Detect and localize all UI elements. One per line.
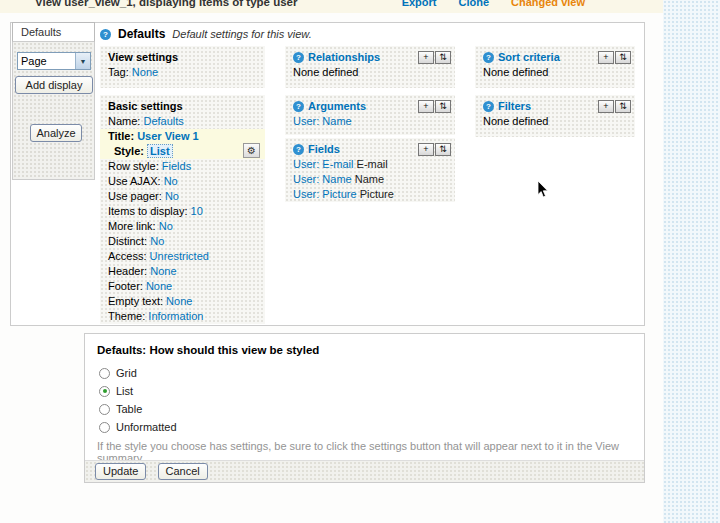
field-item: User: Name Name [293,172,451,187]
style-value-link[interactable]: List [147,144,173,158]
views-edit-page: View user_view_1, displaying items of ty… [0,0,720,523]
setting-row-more-link: More link: No [108,219,261,234]
radio-option-grid[interactable]: Grid [99,367,137,379]
help-icon[interactable]: ? [483,101,494,112]
sort-criteria-empty: None defined [483,65,631,80]
radio-icon[interactable] [99,368,110,379]
header-links: Export Clone Changed view [402,0,585,8]
basic-settings-title: Basic settings [108,99,261,114]
view-settings-row: Tag: None [108,65,261,80]
radio-icon[interactable] [99,422,110,433]
distinct-value-link[interactable]: No [150,235,164,247]
setting-row-theme: Theme: Information [108,309,261,324]
form-title: Defaults: How should this view be styled [97,344,319,356]
arguments-title-link[interactable]: Arguments [308,99,366,114]
add-icon[interactable]: + [418,100,434,113]
relationships-title-link[interactable]: Relationships [308,50,380,65]
more-link-value-link[interactable]: No [159,220,173,232]
radio-icon[interactable] [99,386,110,397]
changed-view-link[interactable]: Changed view [511,0,585,8]
style-edit-form: Defaults: How should this view be styled… [84,333,645,483]
rearrange-icon[interactable]: ⇅ [435,51,451,64]
setting-row-row-style: Row style: Fields [108,159,261,174]
fields-actions: + ⇅ [418,143,451,156]
add-icon[interactable]: + [418,143,434,156]
style-settings-gear-button[interactable]: ⚙ [243,143,260,158]
help-icon[interactable]: ? [483,52,494,63]
radio-option-unformatted[interactable]: Unformatted [99,421,177,433]
sort-criteria-actions: + ⇅ [598,51,631,64]
update-button[interactable]: Update [95,463,146,480]
help-icon[interactable]: ? [100,29,111,40]
fields-header: ? Fields + ⇅ [293,142,451,157]
filters-title-link[interactable]: Filters [498,99,531,114]
tag-value-link[interactable]: None [132,66,158,78]
relationships-box: ? Relationships + ⇅ None defined [285,46,455,88]
tab-defaults[interactable]: Defaults [12,22,95,42]
items-to-display-value-link[interactable]: 10 [191,205,203,217]
mouse-cursor [537,180,549,199]
arguments-actions: + ⇅ [418,100,451,113]
use-ajax-value-link[interactable]: No [164,175,178,187]
radio-label: Table [116,403,142,415]
rearrange-icon[interactable]: ⇅ [615,100,631,113]
empty-text-value-link[interactable]: None [166,295,192,307]
radio-label: List [116,385,133,397]
add-icon[interactable]: + [598,100,614,113]
setting-row-footer: Footer: None [108,279,261,294]
view-settings-title: View settings [108,50,261,65]
display-header-title: Defaults [118,27,165,41]
name-value-link[interactable]: Defaults [143,115,183,127]
add-icon[interactable]: + [598,51,614,64]
basic-settings-box: Basic settings Name: Defaults Title: Use… [100,95,265,324]
clone-link[interactable]: Clone [458,0,489,8]
footer-value-link[interactable]: None [146,280,172,292]
view-title: View user_view_1, displaying items of ty… [35,0,297,8]
rearrange-icon[interactable]: ⇅ [435,143,451,156]
setting-row-items-to-display: Items to display: 10 [108,204,261,219]
rearrange-icon[interactable]: ⇅ [615,51,631,64]
setting-row-access: Access: Unrestricted [108,249,261,264]
form-buttons-strip: Update Cancel [85,460,644,482]
help-icon[interactable]: ? [293,52,304,63]
cancel-button[interactable]: Cancel [158,463,208,480]
field-picture-link[interactable]: User: Picture [293,188,357,200]
radio-icon[interactable] [99,404,110,415]
argument-user-name-link[interactable]: User: Name [293,115,352,127]
theme-value-link[interactable]: Information [148,310,203,322]
add-icon[interactable]: + [418,51,434,64]
sort-criteria-title-link[interactable]: Sort criteria [498,50,560,65]
field-name-link[interactable]: User: Name [293,173,352,185]
fields-title-link[interactable]: Fields [308,142,340,157]
row-style-value-link[interactable]: Fields [162,160,191,172]
radio-label: Unformatted [116,421,177,433]
display-type-value: Page [18,55,75,67]
tag-label: Tag: [108,66,129,78]
analyze-button[interactable]: Analyze [30,124,82,142]
page-background-panel [663,0,720,523]
field-email-link[interactable]: User: E-mail [293,158,354,170]
title-value-link[interactable]: User View 1 [137,130,199,142]
display-sidebar: Page ▼ Add display Analyze [12,42,95,180]
help-icon[interactable]: ? [293,144,304,155]
arguments-header: ? Arguments + ⇅ [293,99,451,114]
page-header-bar: View user_view_1, displaying items of ty… [0,0,663,13]
header-value-link[interactable]: None [150,265,176,277]
filters-empty: None defined [483,114,631,129]
use-pager-value-link[interactable]: No [165,190,179,202]
radio-option-list[interactable]: List [99,385,133,397]
rearrange-icon[interactable]: ⇅ [435,100,451,113]
setting-row-use-pager: Use pager: No [108,189,261,204]
setting-row-header: Header: None [108,264,261,279]
display-header: ? Defaults Default settings for this vie… [100,27,312,41]
display-type-select[interactable]: Page ▼ [17,52,91,70]
radio-option-table[interactable]: Table [99,403,142,415]
sort-criteria-header: ? Sort criteria + ⇅ [483,50,631,65]
access-value-link[interactable]: Unrestricted [150,250,209,262]
radio-label: Grid [116,367,137,379]
filters-box: ? Filters + ⇅ None defined [475,95,635,137]
help-icon[interactable]: ? [293,101,304,112]
export-link[interactable]: Export [402,0,437,8]
add-display-button[interactable]: Add display [15,76,93,94]
setting-row-name: Name: Defaults [108,114,261,129]
